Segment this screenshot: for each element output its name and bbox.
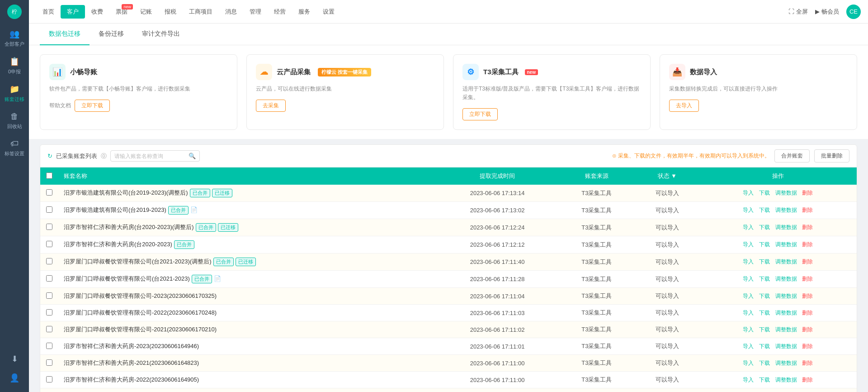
action-download-4[interactable]: 下载: [759, 258, 770, 265]
action-import-6[interactable]: 导入: [743, 293, 754, 299]
nav-service[interactable]: 服务: [292, 5, 316, 19]
cloud-collect-btn[interactable]: 去采集: [256, 100, 286, 112]
select-all-checkbox[interactable]: [46, 172, 52, 179]
action-delete-8[interactable]: 删除: [802, 326, 813, 333]
row-checkbox-6[interactable]: [46, 292, 52, 299]
nav-client[interactable]: 客户: [61, 5, 85, 19]
sidebar-item-user[interactable]: 👤: [0, 368, 29, 387]
search-icon[interactable]: 🔍: [189, 153, 196, 159]
action-delete-2[interactable]: 删除: [802, 224, 813, 230]
action-delete-7[interactable]: 删除: [802, 310, 813, 316]
action-adjust-10[interactable]: 调整数据: [775, 360, 797, 366]
action-download-2[interactable]: 下载: [759, 224, 770, 230]
action-download-1[interactable]: 下载: [759, 207, 770, 213]
sidebar-item-all-clients[interactable]: 👥 全部客户: [0, 24, 29, 51]
row-checkbox-9[interactable]: [46, 343, 52, 349]
action-adjust-3[interactable]: 调整数据: [775, 241, 797, 248]
nav-tax[interactable]: 报税: [158, 5, 183, 19]
action-import-10[interactable]: 导入: [743, 360, 754, 366]
import-btn[interactable]: 去导入: [669, 100, 699, 112]
action-delete-0[interactable]: 删除: [802, 190, 813, 196]
action-adjust-8[interactable]: 调整数据: [775, 326, 797, 333]
xiaochangzhang-download-btn[interactable]: 立即下载: [75, 100, 110, 112]
nav-bizproject[interactable]: 工商项目: [183, 5, 219, 19]
action-delete-11[interactable]: 删除: [802, 377, 813, 383]
action-delete-1[interactable]: 删除: [802, 207, 813, 213]
batch-delete-btn[interactable]: 批量删除: [814, 149, 849, 163]
avatar[interactable]: CE: [846, 5, 861, 19]
row-checkbox-11[interactable]: [46, 376, 52, 382]
action-adjust-7[interactable]: 调整数据: [775, 310, 797, 316]
action-adjust-1[interactable]: 调整数据: [775, 207, 797, 213]
action-adjust-11[interactable]: 调整数据: [775, 377, 797, 383]
merge-accounts-btn[interactable]: 合并账套: [774, 149, 810, 163]
nav-message[interactable]: 消息: [219, 5, 243, 19]
t3-download-btn[interactable]: 立即下载: [462, 108, 498, 120]
tab-backup-migrate[interactable]: 备份迁移: [90, 24, 133, 45]
row-checkbox-7[interactable]: [46, 309, 52, 316]
row-checkbox-3[interactable]: [46, 241, 52, 247]
action-download-7[interactable]: 下载: [759, 310, 770, 316]
tab-data-migrate[interactable]: 数据包迁移: [40, 24, 90, 45]
action-download-6[interactable]: 下载: [759, 293, 770, 299]
action-import-9[interactable]: 导入: [743, 343, 754, 349]
sidebar-item-recycle[interactable]: 🗑 回收站: [0, 106, 29, 134]
tab-audit-export[interactable]: 审计文件导出: [133, 24, 189, 45]
action-import-7[interactable]: 导入: [743, 310, 754, 316]
row-checkbox-1[interactable]: [46, 206, 52, 213]
action-download-11[interactable]: 下载: [759, 377, 770, 383]
action-import-11[interactable]: 导入: [743, 377, 754, 383]
sidebar-item-tag-settings[interactable]: 🏷 标签设置: [0, 134, 29, 161]
nav-settings[interactable]: 设置: [316, 5, 341, 19]
action-import-8[interactable]: 导入: [743, 326, 754, 333]
sidebar-item-download[interactable]: ⬇: [0, 349, 29, 368]
action-delete-6[interactable]: 删除: [802, 293, 813, 299]
action-import-3[interactable]: 导入: [743, 241, 754, 248]
row-checkbox-5[interactable]: [46, 275, 52, 282]
xiaochangzhang-help-link[interactable]: 帮助文档: [49, 102, 71, 110]
row-status: 可以导入: [635, 338, 699, 355]
row-checkbox-2[interactable]: [46, 224, 52, 230]
nav-manage[interactable]: 管理: [243, 5, 268, 19]
action-delete-3[interactable]: 删除: [802, 241, 813, 248]
row-checkbox-10[interactable]: [46, 359, 52, 366]
table-section: ↻ 已采集账套列表 ⓪ 🔍 ⊙ 采集、下载的文件，有效期半年，有效期内可以导入到…: [40, 144, 857, 392]
fullscreen-btn[interactable]: ⛶ 全屏: [788, 8, 808, 16]
nav-bookkeeping[interactable]: 记账: [134, 5, 158, 19]
nav-fee[interactable]: 收费: [85, 5, 109, 19]
search-input[interactable]: [114, 153, 187, 159]
sidebar-item-zero-declare[interactable]: 📋 0申报: [0, 51, 29, 79]
member-btn[interactable]: ▶ 畅会员: [815, 8, 839, 16]
action-delete-5[interactable]: 删除: [802, 276, 813, 282]
action-delete-4[interactable]: 删除: [802, 258, 813, 265]
nav-bill[interactable]: 票据 new: [109, 5, 134, 19]
action-download-10[interactable]: 下载: [759, 360, 770, 366]
action-import-0[interactable]: 导入: [743, 190, 754, 196]
row-checkbox-0[interactable]: [46, 189, 52, 196]
action-adjust-2[interactable]: 调整数据: [775, 224, 797, 230]
action-delete-9[interactable]: 删除: [802, 343, 813, 349]
action-adjust-4[interactable]: 调整数据: [775, 258, 797, 265]
row-time: 2023-06-06 17:11:00: [436, 372, 558, 388]
action-adjust-0[interactable]: 调整数据: [775, 190, 797, 196]
action-adjust-6[interactable]: 调整数据: [775, 293, 797, 299]
refresh-icon[interactable]: ↻: [47, 153, 52, 159]
action-import-2[interactable]: 导入: [743, 224, 754, 230]
svg-text:柠: 柠: [12, 9, 17, 15]
nav-home[interactable]: 首页: [36, 5, 61, 19]
row-checkbox-4[interactable]: [46, 258, 52, 264]
action-adjust-5[interactable]: 调整数据: [775, 276, 797, 282]
action-download-0[interactable]: 下载: [759, 190, 770, 196]
action-import-1[interactable]: 导入: [743, 207, 754, 213]
action-download-9[interactable]: 下载: [759, 343, 770, 349]
action-adjust-9[interactable]: 调整数据: [775, 343, 797, 349]
action-download-8[interactable]: 下载: [759, 326, 770, 333]
action-download-5[interactable]: 下载: [759, 276, 770, 282]
action-download-3[interactable]: 下载: [759, 241, 770, 248]
nav-operation[interactable]: 经营: [268, 5, 292, 19]
sidebar-item-account-migrate[interactable]: 📁 账套迁移: [0, 79, 29, 106]
row-checkbox-8[interactable]: [46, 326, 52, 332]
action-import-5[interactable]: 导入: [743, 276, 754, 282]
action-import-4[interactable]: 导入: [743, 258, 754, 265]
action-delete-10[interactable]: 删除: [802, 360, 813, 366]
